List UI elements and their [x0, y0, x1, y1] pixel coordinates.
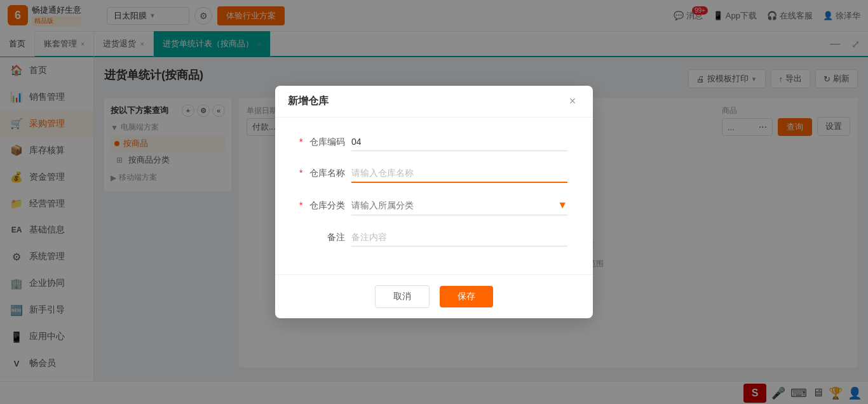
- category-input[interactable]: [351, 200, 557, 210]
- category-label: 仓库分类: [301, 200, 351, 212]
- new-warehouse-modal: 新增仓库 × 仓库编码 仓库名称 仓库分类 ▼: [275, 86, 593, 318]
- modal-body: 仓库编码 仓库名称 仓库分类 ▼ 备注: [275, 118, 593, 274]
- form-row-code: 仓库编码: [301, 133, 567, 151]
- code-input[interactable]: [351, 133, 567, 151]
- name-input[interactable]: [351, 164, 567, 183]
- modal-header: 新增仓库 ×: [275, 86, 593, 118]
- name-label: 仓库名称: [301, 168, 351, 179]
- remark-input[interactable]: [351, 228, 567, 246]
- form-row-name: 仓库名称: [301, 164, 567, 183]
- modal-title: 新增仓库: [288, 95, 329, 108]
- form-row-category: 仓库分类 ▼: [301, 196, 567, 215]
- cancel-button[interactable]: 取消: [375, 285, 430, 308]
- category-select[interactable]: ▼: [351, 196, 567, 215]
- save-button[interactable]: 保存: [440, 286, 493, 307]
- code-label: 仓库编码: [301, 137, 351, 148]
- modal-close-button[interactable]: ×: [565, 94, 580, 109]
- form-row-remark: 备注: [301, 228, 567, 246]
- modal-footer: 取消 保存: [275, 274, 593, 318]
- category-chevron-icon: ▼: [557, 199, 567, 211]
- modal-overlay: 新增仓库 × 仓库编码 仓库名称 仓库分类 ▼: [0, 0, 868, 404]
- remark-label: 备注: [301, 232, 351, 243]
